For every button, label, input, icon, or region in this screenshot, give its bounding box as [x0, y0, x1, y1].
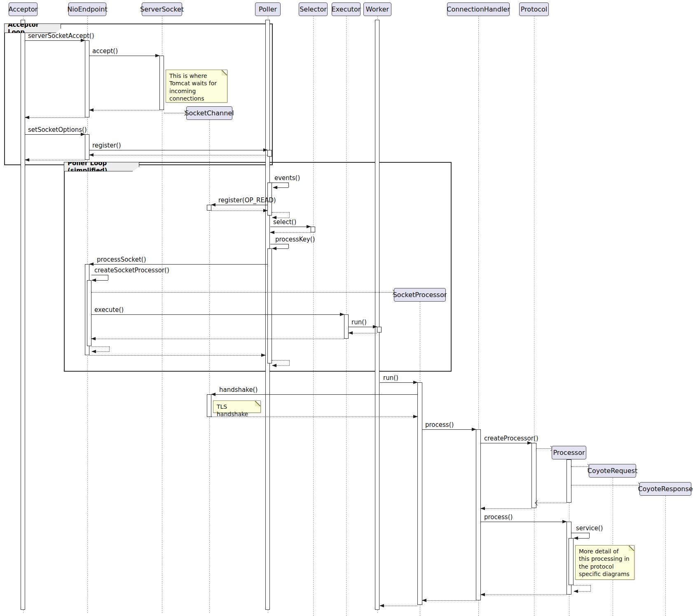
arrow-return-register	[89, 155, 267, 155]
message-label-register: register()	[92, 142, 121, 149]
activation-serversocket-accept	[159, 56, 164, 110]
arrow-return-register-opread	[211, 211, 267, 211]
activation-acceptor-thread	[21, 20, 25, 610]
participant-coyoteresponse: CoyoteResponse	[639, 482, 691, 496]
arrow-poller-selfreturn1-back	[272, 218, 289, 218]
arrow-processor-selfreturn-out	[574, 585, 590, 586]
note-protocol-detail: More detail of this processing in the pr…	[575, 545, 634, 580]
activation-nioendpoint-createsocketprocessor	[87, 280, 91, 346]
arrowhead-icon	[211, 393, 215, 396]
arrow-accept	[89, 56, 159, 56]
arrow-poller-selfreturn1-out	[272, 212, 289, 213]
message-label-accept: accept()	[92, 47, 118, 55]
message-label-select: select()	[273, 218, 296, 226]
arrowhead-icon	[91, 337, 96, 340]
message-label-service: service()	[576, 525, 603, 532]
arrow-register	[89, 150, 267, 150]
participant-selector: Selector	[299, 2, 328, 16]
arrow-register-opread	[211, 205, 267, 205]
arrow-processor-selfreturn-back	[574, 591, 590, 592]
arrowhead-icon	[272, 364, 276, 367]
arrow-return-processor-protocol	[536, 503, 567, 503]
arrowhead-icon	[413, 415, 418, 418]
arrowhead-icon	[89, 262, 94, 266]
arrow-createsocketprocessor-out	[91, 275, 108, 275]
sequence-diagram: Acceptor Loop Poller Loop (simplified) s…	[0, 0, 693, 616]
arrow-process2	[481, 522, 567, 522]
arrowhead-icon	[89, 108, 94, 112]
arrowhead-icon	[91, 350, 96, 353]
arrow-processkey-out	[270, 244, 288, 244]
activation-executor-execute	[344, 314, 349, 339]
arrowhead-icon	[373, 325, 377, 328]
arrow-return-serversocketaccept	[25, 117, 85, 118]
arrow-return-run2	[380, 606, 417, 606]
fragment-acceptor-loop	[4, 23, 273, 165]
arrowhead-icon	[574, 590, 578, 593]
note-accept-wait: This is where Tomcat waits for incoming …	[166, 70, 227, 103]
participant-socketchannel: SocketChannel	[186, 106, 232, 120]
message-label-processsocket: processSocket()	[97, 256, 146, 263]
arrow-return-process1	[422, 600, 476, 601]
arrow-return-accept	[89, 110, 159, 110]
activation-processor-service	[569, 538, 574, 585]
arrow-processkey-back	[272, 248, 288, 249]
activation-poller-processkey	[267, 248, 272, 363]
arrow-poller-selfreturn1-vert	[289, 212, 290, 218]
arrowhead-icon	[574, 536, 578, 540]
arrow-select	[270, 227, 311, 227]
arrowhead-icon	[25, 158, 29, 162]
arrowhead-icon	[263, 148, 268, 152]
arrowhead-icon	[270, 231, 274, 234]
arrow-return-processsocket	[89, 355, 265, 356]
message-label-serversocketaccept: serverSocketAccept()	[28, 32, 94, 40]
message-label-createprocessor: createProcessor()	[484, 435, 538, 442]
arrow-poller-selfreturn2-out	[272, 360, 289, 361]
arrowhead-icon	[379, 604, 384, 607]
participant-acceptor: Acceptor	[9, 2, 37, 16]
message-label-processkey: processKey()	[275, 236, 315, 243]
arrow-service-back	[574, 538, 589, 539]
message-label-setsocketoptions: setSocketOptions()	[28, 126, 87, 134]
arrow-create-coyoteresponse	[571, 485, 639, 485]
participant-poller: Poller	[255, 2, 281, 16]
arrow-nioendpoint-selfreturn-vert	[109, 347, 110, 351]
lifeline-protocol	[534, 16, 534, 616]
activation-connectionhandler-process	[476, 429, 481, 600]
fragment-acceptor-loop-label: Acceptor Loop	[4, 23, 61, 33]
arrow-run2	[380, 382, 417, 383]
arrow-processor-selfreturn-vert	[590, 585, 591, 591]
arrow-processsocket	[89, 264, 267, 265]
arrow-poller-selfreturn2-back	[272, 365, 289, 366]
arrow-create-coyoterequest	[571, 466, 589, 467]
message-label-events: events()	[274, 174, 300, 182]
arrow-return-createprocessor	[481, 508, 531, 509]
activation-processor-create	[567, 459, 571, 503]
arrowhead-icon	[480, 507, 485, 510]
activation-selector-select	[311, 227, 315, 232]
participant-executor: Executor	[332, 2, 361, 16]
arrow-events-back	[273, 187, 288, 188]
arrow-serversocketaccept	[25, 40, 85, 41]
note-tls-handshake: TLS handshake	[213, 401, 261, 413]
arrowhead-icon	[261, 354, 266, 357]
activation-worker-thread	[375, 20, 379, 610]
arrowhead-icon	[348, 331, 353, 335]
participant-processor: Processor	[552, 446, 586, 459]
arrowhead-icon	[472, 428, 476, 431]
activation-protocol-createprocessor	[531, 443, 536, 508]
arrow-createsocketprocessor-vert	[108, 275, 108, 280]
lifeline-coyoteresponse	[665, 496, 666, 616]
participant-serversocket: ServerSocket	[142, 2, 182, 16]
arrow-events-vert	[288, 183, 289, 187]
arrowhead-icon	[480, 593, 485, 596]
arrow-return-setsocketoptions	[25, 160, 85, 160]
arrow-return-run1	[349, 333, 377, 333]
arrowhead-icon	[25, 116, 29, 119]
arrow-service-out	[571, 533, 589, 533]
message-label-process1: process()	[425, 421, 454, 429]
participant-worker: Worker	[363, 2, 391, 16]
arrow-return-execute	[91, 339, 344, 339]
participant-coyoterequest: CoyoteRequest	[589, 464, 636, 478]
arrowhead-icon	[340, 313, 344, 316]
